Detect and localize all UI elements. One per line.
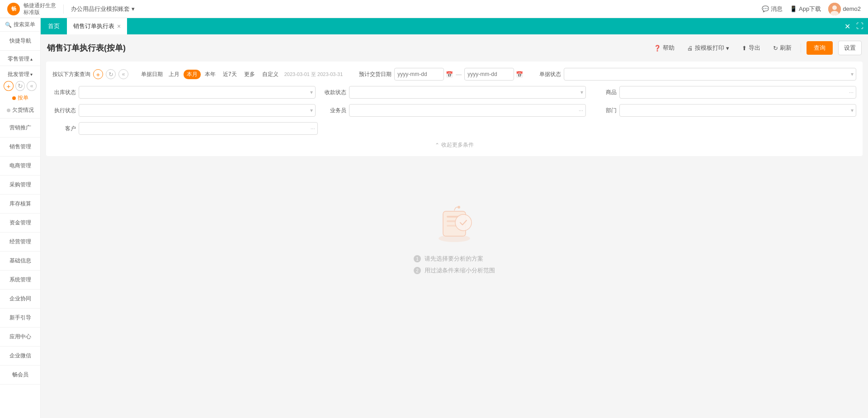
doc-status-control: ▾: [564, 68, 856, 81]
tab-maximize-btn[interactable]: ⛶: [855, 22, 864, 31]
goods-more-icon[interactable]: ···: [849, 89, 854, 95]
sidebar-inventory-section: 库存核算: [0, 195, 40, 214]
tab-controls: ✕ ⛶: [839, 22, 868, 31]
query-btn[interactable]: 查询: [807, 41, 833, 55]
exec-status-select[interactable]: [79, 104, 316, 117]
svg-point-1: [832, 5, 837, 10]
receipt-status-select[interactable]: [349, 86, 586, 99]
sidebar-item-sales[interactable]: 销售管理: [0, 139, 40, 154]
page-header: 销售订单执行表(按单) ❓ 帮助 🖨 按模板打印 ▾ ⬆: [41, 34, 868, 55]
sidebar-sub-owe[interactable]: 欠货情况: [0, 104, 40, 116]
goods-input[interactable]: [619, 86, 856, 99]
calendar-start-icon[interactable]: 📅: [446, 71, 453, 78]
exec-status-control: ▾: [79, 104, 316, 117]
sidebar-item-guide[interactable]: 新手引导: [0, 310, 40, 325]
salesman-cell: 业务员 ···: [323, 104, 586, 117]
wholesale-refresh-btn[interactable]: ↻: [15, 81, 25, 91]
sidebar-item-finance[interactable]: 资金管理: [0, 215, 40, 230]
salesman-more-icon[interactable]: ···: [579, 107, 583, 114]
print-btn[interactable]: 🖨 按模板打印 ▾: [684, 42, 733, 54]
empty-hint-1: 1 请先选择要分析的方案: [414, 255, 495, 263]
predict-date-label: 预计交货日期: [359, 71, 392, 78]
sidebar-item-system[interactable]: 系统管理: [0, 272, 40, 287]
sidebar-wholesale-section: 批发管理 ▾ + ↻ « 按单 欠货情况: [0, 66, 40, 119]
collapse-more-row: ⌃ 收起更多条件: [52, 138, 856, 150]
sidebar-sub-press-order[interactable]: 按单: [0, 92, 40, 104]
sidebar-item-corp[interactable]: 企业协同: [0, 291, 40, 306]
help-btn[interactable]: ❓ 帮助: [650, 42, 678, 54]
predict-date-start[interactable]: [394, 68, 444, 81]
app-download-btn[interactable]: 📱 App下载: [790, 5, 821, 13]
date-tab-this-year[interactable]: 本年: [202, 70, 219, 79]
search-filter-area: 按以下方案查询 + ↻ « 单据日期 上月 本月 本年 近7天 更多: [46, 62, 863, 156]
tab-sales-exec[interactable]: 销售订单执行表 ×: [67, 18, 127, 34]
user-info[interactable]: demo2: [828, 3, 861, 15]
salesman-input[interactable]: [349, 104, 586, 117]
by-plan-label: 按以下方案查询: [52, 71, 90, 78]
sidebar-item-operation[interactable]: 经营管理: [0, 234, 40, 249]
industry-selector[interactable]: 办公用品行业模拟账套 ▾: [71, 5, 135, 13]
salesman-label: 业务员: [323, 107, 346, 114]
customer-control: ···: [79, 122, 318, 135]
plan-refresh-btn[interactable]: ↻: [106, 69, 116, 79]
sidebar-item-inventory[interactable]: 库存核算: [0, 196, 40, 211]
collapse-more-btn[interactable]: ⌃ 收起更多条件: [435, 141, 474, 149]
sidebar-item-wholesale[interactable]: 批发管理 ▾: [0, 68, 40, 79]
sidebar-item-wechat[interactable]: 企业微信: [0, 348, 40, 363]
exec-status-cell: 执行状态 ▾: [52, 104, 316, 117]
out-status-select[interactable]: [79, 86, 316, 99]
wholesale-collapse-btn[interactable]: «: [27, 81, 37, 91]
logo-text: 畅捷通好生意 标准版: [24, 2, 56, 15]
date-tab-this-month[interactable]: 本月: [184, 70, 201, 79]
exec-status-label: 执行状态: [52, 107, 76, 114]
customer-label: 客户: [52, 125, 76, 133]
plan-collapse-btn[interactable]: «: [118, 69, 128, 79]
user-name: demo2: [843, 5, 861, 12]
export-btn[interactable]: ⬆ 导出: [738, 42, 764, 54]
svg-point-8: [455, 214, 472, 231]
calendar-end-icon[interactable]: 📅: [516, 71, 523, 78]
receipt-status-label: 收款状态: [323, 89, 346, 96]
sidebar-item-member[interactable]: 畅会员: [0, 367, 40, 382]
sidebar-retail-section: 零售管理 ▴: [0, 51, 40, 66]
doc-status-select[interactable]: [564, 68, 856, 81]
dept-label: 部门: [593, 107, 617, 114]
date-tabs-group: 上月 本月 本年 近7天 更多 自定义: [165, 70, 282, 79]
sidebar-item-purchase[interactable]: 采购管理: [0, 177, 40, 192]
tab-close-window-btn[interactable]: ✕: [843, 22, 852, 31]
refresh-btn[interactable]: ↻ 刷新: [769, 42, 795, 54]
topbar-right: 💬 消息 📱 App下载 demo2: [762, 3, 861, 15]
sidebar-wechat-section: 企业微信: [0, 347, 40, 366]
search-menu-btn[interactable]: 🔍 搜索菜单: [5, 21, 35, 28]
sidebar-item-apps[interactable]: 应用中心: [0, 329, 40, 344]
salesman-control: ···: [349, 104, 586, 117]
hint-badge-1: 1: [414, 255, 421, 262]
date-tab-more[interactable]: 更多: [241, 70, 258, 79]
sidebar-item-basic[interactable]: 基础信息: [0, 253, 40, 268]
sidebar-item-retail[interactable]: 零售管理 ▴: [0, 52, 40, 64]
settings-btn[interactable]: 设置: [838, 41, 862, 55]
sidebar-item-ecommerce[interactable]: 电商管理: [0, 158, 40, 173]
sidebar-item-quick-nav[interactable]: 快捷导航: [0, 33, 40, 48]
sidebar-finance-section: 资金管理: [0, 214, 40, 233]
empty-hint-2: 2 用过滤条件来缩小分析范围: [414, 266, 495, 275]
sidebar-item-marketing[interactable]: 营销推广: [0, 120, 40, 135]
predict-date-end[interactable]: [464, 68, 514, 81]
out-status-control: ▾: [79, 86, 316, 99]
wholesale-add-btn[interactable]: +: [4, 81, 14, 91]
customer-input[interactable]: [79, 122, 318, 135]
date-tab-7days[interactable]: 近7天: [220, 70, 240, 79]
sidebar-guide-section: 新手引导: [0, 309, 40, 328]
sidebar-system-section: 系统管理: [0, 271, 40, 290]
message-btn[interactable]: 💬 消息: [762, 5, 783, 13]
date-tab-last-month[interactable]: 上月: [165, 70, 183, 79]
tab-home[interactable]: 首页: [41, 18, 67, 34]
hint-badge-2: 2: [414, 267, 421, 274]
plan-add-btn[interactable]: +: [93, 69, 103, 79]
dept-select[interactable]: [619, 104, 856, 117]
predict-date-end-wrapper: 📅: [464, 68, 523, 81]
tab-close-icon[interactable]: ×: [117, 23, 121, 29]
date-range-display: 2023-03-01 至 2023-03-31: [284, 71, 343, 78]
date-tab-custom[interactable]: 自定义: [259, 70, 282, 79]
customer-more-icon[interactable]: ···: [311, 125, 315, 132]
